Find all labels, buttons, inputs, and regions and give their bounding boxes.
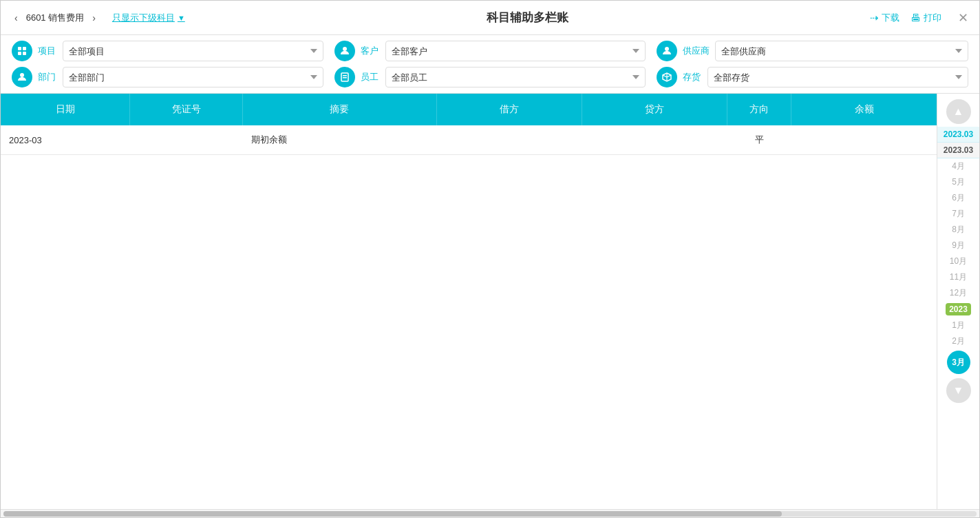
sidebar-month-2[interactable]: 2月 [937,333,979,349]
customer-filter-row: 客户 全部客户 [334,41,646,61]
svg-rect-8 [343,77,347,79]
col-date: 日期 [1,94,130,125]
supplier-icon [657,41,677,61]
department-icon [12,67,32,87]
sidebar-month-11[interactable]: 11月 [937,269,979,285]
customer-icon [334,41,355,61]
toolbar-right: ⇢ 下载 🖶 打印 ✕ [870,10,968,25]
year-badge[interactable]: 2023 [946,303,971,315]
inventory-icon [657,67,677,87]
print-icon: 🖶 [910,12,921,23]
sidebar-month-8[interactable]: 8月 [937,222,979,238]
svg-rect-1 [23,47,26,50]
employee-label: 员工 [361,71,380,83]
inventory-filter-row: 存货 全部存货 [657,67,968,87]
employee-icon [334,67,355,87]
project-select[interactable]: 全部项目 [63,41,323,61]
sidebar-month-10[interactable]: 10月 [937,253,979,269]
print-button[interactable]: 🖶 打印 [910,12,941,24]
department-filter-row: 部门 全部部门 [12,67,323,87]
col-debit: 借方 [436,94,582,125]
right-sidebar: ▲ 2023.03 2023.03 4月 5月 6月 7月 8月 9月 10月 … [937,94,979,509]
close-button[interactable]: ✕ [958,10,968,25]
svg-rect-2 [18,52,21,55]
col-balance: 余额 [791,94,937,125]
department-label: 部门 [38,71,57,83]
prev-account-btn[interactable]: ‹ [12,11,21,25]
sidebar-month-12[interactable]: 12月 [937,285,979,301]
sidebar-month-1[interactable]: 1月 [937,318,979,333]
project-filter-row: 项目 全部项目 [12,41,323,61]
scroll-thumb [3,511,782,517]
col-summary: 摘要 [243,94,436,125]
filter-area: 项目 全部项目 客户 全部客户 供应商 [1,35,979,94]
chevron-down-icon: ▼ [178,14,185,22]
sidebar-month-6[interactable]: 6月 [937,190,979,206]
page-title: 科目辅助多栏账 [191,10,864,25]
col-credit: 贷方 [582,94,727,125]
svg-point-4 [665,47,669,51]
sidebar-month-4[interactable]: 4月 [937,158,979,174]
svg-rect-3 [23,52,26,55]
inventory-select[interactable]: 全部存货 [707,67,968,87]
table-row: 2023-03期初余额平 [1,125,937,155]
department-select[interactable]: 全部部门 [63,67,323,87]
employee-select[interactable]: 全部员工 [385,67,646,87]
svg-rect-7 [343,75,347,76]
main-area: 日期 凭证号 摘要 借方 贷方 [1,94,979,509]
sidebar-down-btn[interactable]: ▼ [946,378,971,403]
account-code-name: 6601 销售费用 [26,12,85,24]
download-button[interactable]: ⇢ 下载 [870,12,899,24]
table-area[interactable]: 日期 凭证号 摘要 借方 贷方 [1,94,937,509]
period-header-2[interactable]: 2023.03 [937,143,979,158]
employee-filter-row: 员工 全部员工 [334,67,646,87]
data-table: 日期 凭证号 摘要 借方 贷方 [1,94,937,155]
next-account-btn[interactable]: › [89,11,98,25]
sidebar-month-3-active[interactable]: 3月 [947,351,970,374]
supplier-select[interactable]: 全部供应商 [715,41,968,61]
year-badge-row: 2023 [937,301,979,318]
col-voucher: 凭证号 [130,94,243,125]
show-sub-label: 只显示下级科目 [112,12,175,24]
project-label: 项目 [38,45,57,57]
table-header-row: 日期 凭证号 摘要 借方 贷方 [1,94,937,125]
customer-label: 客户 [361,45,380,57]
sidebar-up-btn[interactable]: ▲ [946,99,971,124]
customer-select[interactable]: 全部客户 [385,41,646,61]
sidebar-month-9[interactable]: 9月 [937,238,979,253]
supplier-filter-row: 供应商 全部供应商 [657,41,968,61]
period-header-1[interactable]: 2023.03 [937,127,979,143]
sidebar-month-7[interactable]: 7月 [937,206,979,222]
top-bar: ‹ 6601 销售费用 › 只显示下级科目 ▼ 科目辅助多栏账 ⇢ 下载 🖶 打… [1,1,979,35]
show-sub-btn[interactable]: 只显示下级科目 ▼ [112,12,185,24]
col-direction: 方向 [727,94,791,125]
project-icon [12,41,32,61]
supplier-label: 供应商 [683,45,710,57]
sidebar-month-5[interactable]: 5月 [937,174,979,190]
download-icon: ⇢ [870,12,879,24]
scroll-track [3,511,977,517]
scroll-bar-area[interactable] [1,509,979,517]
svg-point-5 [20,73,24,77]
main-window: ‹ 6601 销售费用 › 只显示下级科目 ▼ 科目辅助多栏账 ⇢ 下载 🖶 打… [0,0,980,518]
inventory-label: 存货 [683,71,702,83]
svg-rect-0 [18,47,21,50]
